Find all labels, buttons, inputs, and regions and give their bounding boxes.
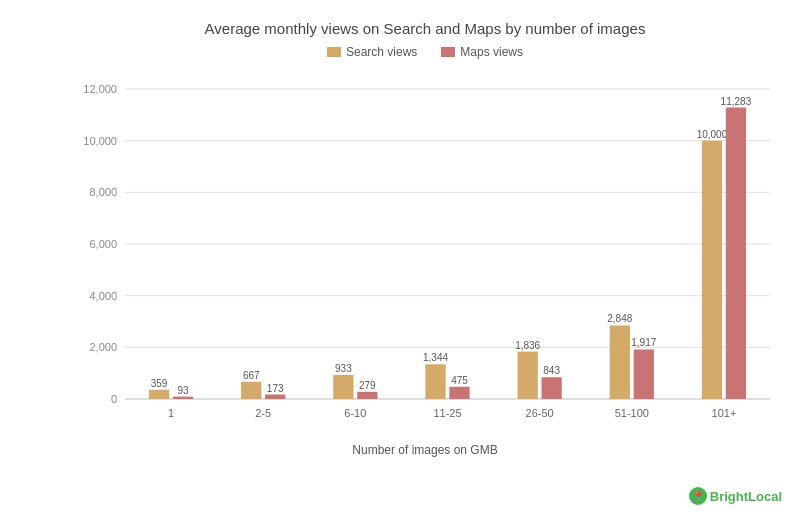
svg-text:667: 667	[243, 370, 260, 381]
svg-rect-15	[149, 390, 169, 399]
svg-text:475: 475	[451, 375, 468, 386]
svg-rect-42	[634, 349, 654, 399]
svg-rect-17	[173, 397, 193, 399]
svg-rect-45	[702, 141, 722, 399]
svg-text:101+: 101+	[712, 407, 737, 419]
svg-text:2-5: 2-5	[255, 407, 271, 419]
svg-text:2,848: 2,848	[607, 313, 632, 324]
svg-rect-32	[449, 387, 469, 399]
svg-text:0: 0	[111, 393, 117, 405]
legend-search: Search views	[327, 45, 417, 59]
svg-text:359: 359	[151, 378, 168, 389]
legend-label-maps: Maps views	[460, 45, 523, 59]
svg-text:1,836: 1,836	[515, 340, 540, 351]
svg-text:1,344: 1,344	[423, 352, 448, 363]
legend-color-search	[327, 47, 341, 57]
svg-text:6-10: 6-10	[344, 407, 366, 419]
chart-container: Average monthly views on Search and Maps…	[0, 0, 800, 519]
svg-rect-20	[241, 382, 261, 399]
svg-text:173: 173	[267, 383, 284, 394]
chart-legend: Search views Maps views	[70, 45, 780, 59]
brightlocal-logo: 📍 BrightLocal	[689, 487, 782, 505]
svg-text:279: 279	[359, 380, 376, 391]
bar-chart-svg: 02,0004,0006,0008,00010,00012,0003599316…	[70, 69, 780, 439]
svg-text:1: 1	[168, 407, 174, 419]
svg-text:4,000: 4,000	[89, 290, 117, 302]
logo-icon: 📍	[689, 487, 707, 505]
svg-text:10,000: 10,000	[83, 135, 117, 147]
legend-label-search: Search views	[346, 45, 417, 59]
svg-text:10,000: 10,000	[697, 129, 728, 140]
svg-rect-40	[610, 325, 630, 399]
svg-text:11-25: 11-25	[433, 407, 461, 419]
svg-text:1,917: 1,917	[631, 337, 656, 348]
svg-text:8,000: 8,000	[89, 186, 117, 198]
logo-text: BrightLocal	[710, 489, 782, 504]
legend-maps: Maps views	[441, 45, 523, 59]
legend-color-maps	[441, 47, 455, 57]
svg-rect-35	[518, 352, 538, 399]
svg-text:26-50: 26-50	[526, 407, 554, 419]
svg-text:6,000: 6,000	[89, 238, 117, 250]
chart-title: Average monthly views on Search and Maps…	[70, 20, 780, 37]
svg-text:843: 843	[543, 365, 560, 376]
svg-text:933: 933	[335, 363, 352, 374]
x-axis-label: Number of images on GMB	[70, 443, 780, 457]
svg-rect-27	[357, 392, 377, 399]
svg-rect-22	[265, 395, 285, 399]
svg-text:12,000: 12,000	[83, 83, 117, 95]
svg-rect-47	[726, 108, 746, 399]
svg-text:2,000: 2,000	[89, 341, 117, 353]
svg-rect-25	[333, 375, 353, 399]
svg-text:51-100: 51-100	[615, 407, 649, 419]
svg-text:11,283: 11,283	[721, 96, 752, 107]
svg-rect-30	[425, 364, 445, 399]
svg-rect-37	[541, 377, 561, 399]
svg-text:93: 93	[177, 385, 189, 396]
